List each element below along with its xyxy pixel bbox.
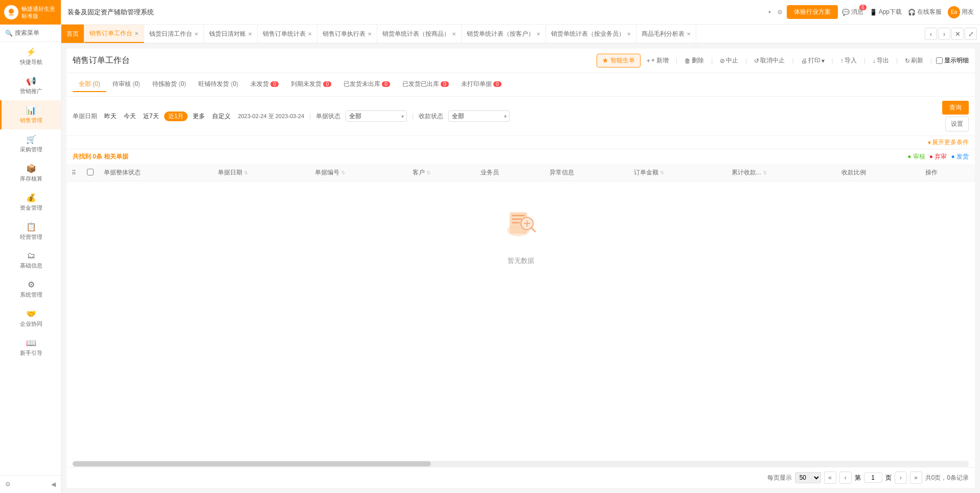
sidebar-item-sales[interactable]: 📊 销售管理 bbox=[0, 100, 61, 129]
filter-tab-expired[interactable]: 到期未发货 0 bbox=[285, 77, 337, 92]
tab-sales-summary-customer[interactable]: 销货单统计表（按客户） ✕ bbox=[462, 25, 546, 43]
filter-tab-pending-inspection[interactable]: 待拣验货 (0) bbox=[146, 77, 192, 92]
sidebar-item-purchase[interactable]: 🛒 采购管理 bbox=[0, 129, 61, 159]
sidebar-item-quick-nav[interactable]: ⚡ 快捷导航 bbox=[0, 42, 61, 71]
tab-sales-summary-staff-close[interactable]: ✕ bbox=[627, 31, 631, 37]
ship-btn[interactable]: ● 发货 bbox=[951, 152, 969, 161]
filter-tab-shipped-not-out[interactable]: 已发货未出库 0 bbox=[337, 77, 396, 92]
delete-btn[interactable]: 🗑 删除 bbox=[681, 54, 707, 67]
filter-tab-not-shipped[interactable]: 未发货 0 bbox=[244, 77, 285, 92]
tab-nav-right[interactable]: › bbox=[938, 28, 950, 40]
first-page-btn[interactable]: « bbox=[824, 472, 836, 484]
col-amount[interactable]: 订单金额 bbox=[629, 164, 726, 182]
tab-sales-summary-product[interactable]: 销货单统计表（按商品） ✕ bbox=[377, 25, 462, 43]
sidebar-item-basic-info[interactable]: 🗂 基础信息 bbox=[0, 246, 61, 275]
show-detail-label[interactable]: 显示明细 bbox=[936, 56, 969, 65]
tab-home[interactable]: 首页 bbox=[61, 25, 84, 43]
filter-tab-all[interactable]: 全部 (0) bbox=[73, 77, 106, 92]
status-select[interactable]: 全部 待审核 已审核 bbox=[346, 110, 407, 122]
tab-sales-stats-close[interactable]: ✕ bbox=[308, 31, 312, 37]
sidebar-item-cooperation[interactable]: 🤝 企业协同 bbox=[0, 304, 61, 333]
export-btn[interactable]: ↓ 导出 bbox=[870, 54, 892, 67]
col-received[interactable]: 累计收款... bbox=[726, 164, 836, 182]
select-all-checkbox[interactable] bbox=[87, 169, 94, 175]
dropdown-icon[interactable]: ▾ bbox=[768, 9, 771, 15]
query-btn[interactable]: 查询 bbox=[942, 101, 969, 115]
sidebar-search[interactable]: 🔍 搜索菜单 bbox=[0, 25, 61, 42]
tab-sales-workbench-close[interactable]: ✕ bbox=[134, 31, 139, 36]
settings-icon[interactable]: ⚙ bbox=[5, 481, 11, 488]
expand-btn[interactable]: ▾ 展开更多条件 bbox=[928, 138, 969, 147]
sidebar-item-marketing[interactable]: 📢 营销推广 bbox=[0, 71, 61, 100]
sidebar-item-inventory[interactable]: 📦 库存核算 bbox=[0, 159, 61, 188]
cancel-stop-btn[interactable]: ↺ 取消中止 bbox=[751, 54, 788, 67]
next-page-btn[interactable]: › bbox=[895, 472, 907, 484]
status-label: 单据状态 bbox=[316, 112, 340, 121]
last-page-btn[interactable]: » bbox=[910, 472, 922, 484]
data-table: ⠿ 单据整体状态 单据日期 单据编号 客户 业务员 异常信息 订单金额 累计收款… bbox=[66, 164, 975, 182]
horizontal-scrollbar[interactable] bbox=[73, 461, 969, 467]
prev-page-btn[interactable]: ‹ bbox=[839, 472, 852, 484]
tab-cash-reconcile[interactable]: 钱货日清对账 ✕ bbox=[204, 25, 258, 43]
col-status: 单据整体状态 bbox=[99, 164, 213, 182]
filter-tab-shipped-out[interactable]: 已发货已出库 0 bbox=[396, 77, 455, 92]
app-download-item[interactable]: 📱 App下载 bbox=[870, 8, 902, 16]
tab-sales-summary-product-close[interactable]: ✕ bbox=[452, 31, 456, 37]
collapse-icon[interactable]: ◀ bbox=[51, 481, 56, 488]
settings-gear-icon[interactable]: ⚙ bbox=[777, 9, 783, 16]
date-opt-yesterday[interactable]: 昨天 bbox=[102, 111, 119, 121]
tab-sales-summary-staff[interactable]: 销货单统计表（按业务员） ✕ bbox=[546, 25, 636, 43]
import-btn[interactable]: ↑ 导入 bbox=[837, 54, 860, 67]
message-icon-item[interactable]: 💬 消息 6 bbox=[842, 8, 863, 16]
sidebar-item-guide[interactable]: 📖 新手引导 bbox=[0, 333, 61, 362]
col-date[interactable]: 单据日期 bbox=[213, 164, 310, 182]
filter-tab-not-printed[interactable]: 未打印单据 0 bbox=[455, 77, 508, 92]
filter-tab-pending-review[interactable]: 待审核 (0) bbox=[106, 77, 146, 92]
payment-select[interactable]: 全部 已收款 未收款 bbox=[448, 110, 510, 122]
online-service-item[interactable]: 🎧 在线客服 bbox=[908, 8, 942, 16]
tab-sales-workbench[interactable]: 销售订单工作台 ✕ bbox=[84, 25, 144, 43]
tab-cash-daily[interactable]: 钱货日清工作台 ✕ bbox=[144, 25, 204, 43]
sidebar-item-operations[interactable]: 📋 经营管理 bbox=[0, 217, 61, 246]
date-opt-more[interactable]: 更多 bbox=[191, 111, 207, 121]
refresh-btn[interactable]: ↻ 刷新 bbox=[902, 54, 926, 67]
tab-product-margin[interactable]: 商品毛利分析表 ✕ bbox=[636, 25, 696, 43]
stop-btn[interactable]: ⊘ 中止 bbox=[717, 54, 741, 67]
scrollbar-thumb[interactable] bbox=[73, 461, 431, 466]
tab-nav-expand[interactable]: ⤢ bbox=[965, 28, 977, 40]
tab-sales-exec[interactable]: 销售订单执行表 ✕ bbox=[317, 25, 377, 43]
user-item[interactable]: Ea 用友 bbox=[948, 6, 974, 18]
filter-tab-expired-label: 到期未发货 bbox=[291, 80, 322, 87]
col-customer[interactable]: 客户 bbox=[407, 164, 475, 182]
print-dropdown-icon: ▾ bbox=[822, 57, 825, 64]
col-number[interactable]: 单据编号 bbox=[310, 164, 407, 182]
smart-gen-btn[interactable]: ★ 智能生单 bbox=[597, 54, 640, 68]
filter-tab-wangpu[interactable]: 旺铺待发货 (0) bbox=[192, 77, 244, 92]
date-opt-1month[interactable]: 近1月 bbox=[164, 111, 188, 121]
tab-sales-exec-close[interactable]: ✕ bbox=[368, 31, 372, 37]
tab-cash-daily-close[interactable]: ✕ bbox=[194, 31, 198, 37]
shipped-not-out-badge: 0 bbox=[382, 81, 390, 87]
date-opt-today[interactable]: 今天 bbox=[122, 111, 138, 121]
page-input[interactable] bbox=[864, 473, 882, 483]
tab-nav-close-all[interactable]: ✕ bbox=[951, 28, 964, 40]
audit-btn[interactable]: ● 审核 bbox=[907, 152, 925, 161]
tabbar: 首页 销售订单工作台 ✕ 钱货日清工作台 ✕ 钱货日清对账 ✕ 销售订单统计表 … bbox=[61, 25, 980, 43]
date-opt-7days[interactable]: 近7天 bbox=[141, 111, 161, 121]
print-btn[interactable]: 🖨 打印 ▾ bbox=[798, 54, 828, 67]
sidebar-item-finance[interactable]: 💰 资金管理 bbox=[0, 188, 61, 217]
tab-sales-summary-customer-close[interactable]: ✕ bbox=[536, 31, 540, 37]
date-opt-custom[interactable]: 自定义 bbox=[210, 111, 233, 121]
show-detail-checkbox[interactable] bbox=[936, 57, 943, 64]
trial-btn[interactable]: 体验行业方案 bbox=[787, 5, 838, 19]
page-size-select[interactable]: 10 20 50 100 bbox=[795, 472, 821, 483]
total-count: 共找到 0条 相关单据 bbox=[73, 152, 128, 161]
tab-sales-stats[interactable]: 销售订单统计表 ✕ bbox=[258, 25, 317, 43]
tab-cash-reconcile-close[interactable]: ✕ bbox=[248, 31, 252, 37]
tab-product-margin-close[interactable]: ✕ bbox=[687, 31, 691, 37]
tab-nav-left[interactable]: ‹ bbox=[925, 28, 937, 40]
sidebar-item-system[interactable]: ⚙ 系统管理 bbox=[0, 275, 61, 304]
set-btn[interactable]: 设置 bbox=[945, 117, 969, 131]
add-btn[interactable]: + + 新增 bbox=[644, 54, 672, 67]
revoke-btn[interactable]: ● 弃审 bbox=[929, 152, 947, 161]
